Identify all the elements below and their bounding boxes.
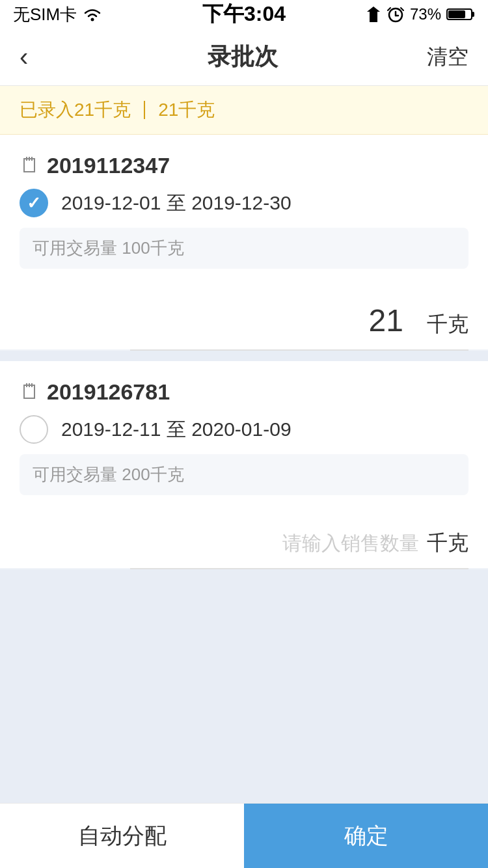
battery-icon: [446, 7, 475, 21]
alarm-icon: [386, 5, 405, 23]
clear-button[interactable]: 清空: [427, 43, 468, 72]
svg-rect-8: [448, 10, 465, 18]
item-card-1: 🗒 2019112347 ✓ 2019-12-01 至 2019-12-30 可…: [0, 135, 488, 292]
info-banner: 已录入21千克 21千克: [0, 86, 488, 135]
gray-area: [0, 569, 488, 803]
item-card-2: 🗒 2019126781 2019-12-11 至 2020-01-09 可用交…: [0, 361, 488, 519]
page-content: ‹ 录批次 清空 已录入21千克 21千克 🗒 2019112347 ✓ 201…: [0, 29, 488, 868]
svg-line-5: [401, 8, 403, 10]
item1-id: 2019112347: [47, 153, 170, 178]
item1-avail-box: 可用交易量 100千克: [20, 228, 468, 269]
item2-avail-box: 可用交易量 200千克: [20, 454, 468, 495]
carrier-label: 无SIM卡: [13, 3, 77, 26]
section-divider-1: [0, 351, 488, 361]
item1-radio[interactable]: ✓: [20, 189, 48, 217]
status-bar: 无SIM卡 下午3:04 73%: [0, 0, 488, 29]
svg-rect-7: [472, 12, 474, 17]
quantity-unit: 千克: [427, 310, 468, 339]
bottom-bar: 自动分配 确定: [0, 803, 488, 868]
svg-line-4: [388, 8, 390, 10]
back-button[interactable]: ‹: [20, 42, 59, 72]
auto-distribute-button[interactable]: 自动分配: [0, 804, 244, 868]
item2-header: 🗒 2019126781: [20, 379, 468, 405]
item1-date: 2019-12-01 至 2019-12-30: [61, 190, 291, 217]
confirm-button[interactable]: 确定: [244, 804, 488, 868]
quantity-row: 21 千克: [0, 292, 488, 349]
status-left: 无SIM卡: [13, 3, 103, 26]
item1-icon: 🗒: [20, 154, 40, 178]
item2-icon: 🗒: [20, 380, 40, 404]
status-right: 73%: [366, 5, 475, 23]
item1-row[interactable]: ✓ 2019-12-01 至 2019-12-30: [20, 189, 468, 217]
nav-bar: ‹ 录批次 清空: [0, 29, 488, 86]
input-row[interactable]: 请输入销售数量 千克: [0, 519, 488, 568]
input-unit: 千克: [427, 529, 468, 558]
location-icon: [366, 5, 381, 23]
item2-radio[interactable]: [20, 415, 48, 444]
quantity-value: 21: [369, 303, 403, 338]
wifi-icon: [82, 5, 103, 23]
item2-id: 2019126781: [47, 379, 170, 405]
banner-divider: [144, 101, 145, 119]
item2-date: 2019-12-11 至 2020-01-09: [61, 416, 291, 443]
svg-point-0: [91, 18, 94, 21]
status-time: 下午3:04: [202, 0, 286, 29]
item1-avail: 可用交易量 100千克: [33, 238, 184, 258]
item2-avail: 可用交易量 200千克: [33, 465, 184, 484]
page-title: 录批次: [208, 41, 278, 73]
item1-header: 🗒 2019112347: [20, 153, 468, 178]
item2-row[interactable]: 2019-12-11 至 2020-01-09: [20, 415, 468, 444]
battery-label: 73%: [410, 5, 441, 23]
item1-check: ✓: [27, 193, 41, 213]
input-placeholder: 请输入销售数量: [282, 530, 419, 557]
recorded-value: 21千克: [158, 98, 215, 122]
recorded-label: 已录入21千克: [20, 98, 131, 122]
